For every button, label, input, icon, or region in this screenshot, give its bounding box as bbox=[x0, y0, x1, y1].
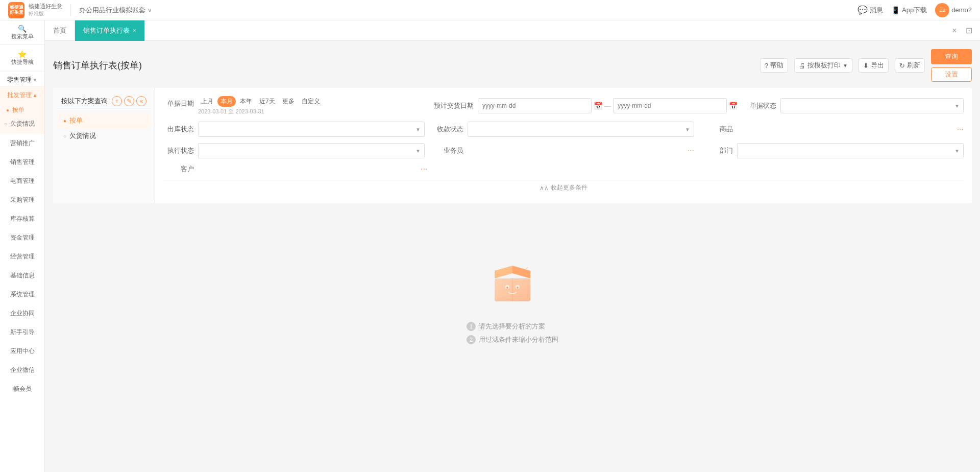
tab-restore-btn[interactable]: ⊡ bbox=[964, 26, 974, 36]
receive-status-select[interactable] bbox=[468, 122, 694, 137]
top-right-actions: 💬 消息 📱 App下载 Ea demo2 bbox=[857, 3, 972, 17]
exec-status-select[interactable] bbox=[198, 143, 425, 158]
tab-sales-order-label: 销售订单执行表 bbox=[83, 26, 130, 35]
sidebar-item-system[interactable]: 系统管理 bbox=[0, 285, 44, 304]
template-print-btn[interactable]: 🖨 按模板打印 ▼ bbox=[794, 58, 852, 73]
sidebar-item-enterprise-wechat[interactable]: 企业微信 bbox=[0, 361, 44, 380]
forecast-date-to[interactable] bbox=[613, 98, 727, 113]
message-icon: 💬 bbox=[857, 5, 868, 15]
breadcrumb-text: 办公用品行业模拟账套 bbox=[79, 6, 145, 15]
collapse-bar[interactable]: ∧∧ 收起更多条件 bbox=[163, 180, 964, 195]
template-print-label: 按模板打印 bbox=[807, 61, 841, 70]
date-tag-this-month[interactable]: 本月 bbox=[217, 96, 236, 107]
out-status-select[interactable] bbox=[198, 122, 425, 137]
sidebar-item-purchase[interactable]: 采购管理 bbox=[0, 191, 44, 209]
sidebar-item-app-center[interactable]: 应用中心 bbox=[0, 342, 44, 361]
sidebar-item-newbie[interactable]: 新手引导 bbox=[0, 323, 44, 342]
user-area[interactable]: Ea demo2 bbox=[935, 3, 972, 17]
filter-row-1: 单据日期 上月 本月 本年 近7天 更多 自定义 bbox=[163, 96, 964, 115]
inventory-label: 库存核算 bbox=[2, 215, 42, 223]
message-btn[interactable]: 💬 消息 bbox=[857, 5, 883, 15]
sidebar-item-enterprise[interactable]: 企业协同 bbox=[0, 304, 44, 323]
sidebar-search-menu[interactable]: 🔍 搜索菜单 bbox=[0, 20, 44, 45]
app-download-btn[interactable]: 📱 App下载 bbox=[891, 6, 927, 15]
sidebar-item-basic-info[interactable]: 基础信息 bbox=[0, 266, 44, 285]
sidebar: 🔍 搜索菜单 ⭐ 快捷导航 零售管理 ▼ 批发管理 ▲ bbox=[0, 20, 45, 472]
out-status-label: 出库状态 bbox=[163, 125, 194, 134]
receive-status-label: 收款状态 bbox=[433, 125, 463, 134]
sidebar-item-member[interactable]: 畅会员 bbox=[0, 380, 44, 398]
forecast-date-from-icon[interactable]: 📅 bbox=[594, 102, 602, 110]
tip-num-1: 1 bbox=[467, 322, 476, 331]
scheme-label-2: 欠货情况 bbox=[69, 131, 96, 140]
status-select-wrapper: ▼ bbox=[780, 98, 964, 113]
divider bbox=[70, 4, 71, 16]
export-label: 导出 bbox=[871, 61, 884, 70]
breadcrumb[interactable]: 办公用品行业模拟账套 ∨ bbox=[79, 6, 152, 15]
scheme-by-order[interactable]: ● 按单 bbox=[57, 113, 151, 128]
tab-sales-order[interactable]: 销售订单执行表 × bbox=[75, 20, 145, 41]
filter-customer: 客户 ··· bbox=[163, 164, 427, 174]
forecast-date-to-icon[interactable]: 📅 bbox=[729, 102, 738, 110]
app-download-label: App下载 bbox=[902, 6, 927, 15]
newbie-label: 新手引导 bbox=[2, 328, 42, 337]
page-title: 销售订单执行表(按单) bbox=[53, 59, 142, 72]
tab-close-btn[interactable]: × bbox=[133, 27, 136, 34]
date-tag-this-year[interactable]: 本年 bbox=[237, 96, 255, 107]
settings-btn[interactable]: 设置 bbox=[931, 67, 972, 82]
add-scheme-btn[interactable]: + bbox=[112, 96, 122, 106]
phone-icon: 📱 bbox=[891, 6, 900, 14]
goods-label: 商品 bbox=[702, 125, 733, 134]
sub-item-backorder[interactable]: ○ 欠货情况 bbox=[0, 116, 44, 131]
help-btn[interactable]: ? 帮助 bbox=[760, 58, 788, 73]
sidebar-item-retail[interactable]: 零售管理 ▼ bbox=[0, 72, 44, 86]
date-tag-more[interactable]: 更多 bbox=[279, 96, 298, 107]
tab-window-actions: × ⊡ bbox=[949, 26, 980, 36]
collapse-scheme-btn[interactable]: « bbox=[136, 96, 146, 106]
sidebar-item-inventory[interactable]: 库存核算 bbox=[0, 209, 44, 228]
tab-close-window-btn[interactable]: × bbox=[949, 26, 960, 36]
filter-date-field: 单据日期 上月 本月 本年 近7天 更多 自定义 bbox=[163, 96, 425, 115]
filter-row-4: 客户 ··· bbox=[163, 164, 427, 174]
page-actions: ? 帮助 🖨 按模板打印 ▼ ⬇ 导出 ↻ bbox=[760, 49, 972, 82]
date-tag-7days[interactable]: 近7天 bbox=[256, 96, 278, 107]
empty-tip-2: 2 用过滤条件来缩小分析范围 bbox=[467, 335, 558, 344]
sidebar-item-ecommerce[interactable]: 电商管理 bbox=[0, 172, 44, 191]
date-tag-last-month[interactable]: 上月 bbox=[198, 96, 216, 107]
receive-status-wrapper: ▼ bbox=[468, 122, 694, 137]
help-icon: ? bbox=[765, 62, 768, 69]
sub-item-by-order[interactable]: ● 按单 bbox=[0, 104, 44, 116]
status-select[interactable] bbox=[780, 98, 964, 113]
sidebar-item-operations[interactable]: 经营管理 bbox=[0, 247, 44, 266]
sidebar-item-wholesale[interactable]: 批发管理 ▲ bbox=[0, 87, 44, 102]
tab-home[interactable]: 首页 bbox=[45, 20, 75, 41]
edit-scheme-btn[interactable]: ✎ bbox=[124, 96, 134, 106]
search-btn[interactable]: 查询 bbox=[931, 49, 972, 64]
tip-num-2: 2 bbox=[467, 335, 476, 344]
sidebar-item-marketing[interactable]: 营销推广 bbox=[0, 134, 44, 153]
dept-select[interactable] bbox=[737, 143, 964, 158]
sidebar-item-sales[interactable]: 销售管理 bbox=[0, 153, 44, 172]
refresh-btn[interactable]: ↻ 刷新 bbox=[895, 58, 925, 73]
filter-layout: 按以下方案查询 + ✎ « ● 按单 bbox=[53, 88, 972, 203]
goods-more-btn[interactable]: ··· bbox=[957, 125, 964, 134]
filter-row-3: 执行状态 ▼ 业务员 ··· bbox=[163, 143, 964, 158]
wholesale-label: 批发管理 bbox=[7, 91, 32, 100]
search-menu-label: 搜索菜单 bbox=[2, 33, 42, 40]
date-tag-custom[interactable]: 自定义 bbox=[299, 96, 323, 107]
salesman-more-btn[interactable]: ··· bbox=[688, 146, 694, 155]
member-label: 畅会员 bbox=[2, 385, 42, 393]
username-label: demo2 bbox=[951, 6, 972, 14]
scheme-backorder[interactable]: ○ 欠货情况 bbox=[57, 128, 151, 144]
help-label: 帮助 bbox=[770, 61, 783, 70]
filter-out-status: 出库状态 ▼ bbox=[163, 122, 425, 137]
collapse-icon: ∧∧ bbox=[540, 184, 549, 192]
customer-more-btn[interactable]: ··· bbox=[421, 164, 427, 174]
forecast-date-from[interactable] bbox=[478, 98, 592, 113]
sidebar-quick-nav[interactable]: ⭐ 快捷导航 bbox=[0, 45, 44, 72]
refresh-label: 刷新 bbox=[907, 61, 920, 70]
forecast-date-range: 📅 — 📅 bbox=[478, 98, 738, 113]
refresh-icon: ↻ bbox=[899, 62, 905, 69]
sidebar-item-finance[interactable]: 资金管理 bbox=[0, 228, 44, 247]
export-btn[interactable]: ⬇ 导出 bbox=[859, 58, 889, 73]
